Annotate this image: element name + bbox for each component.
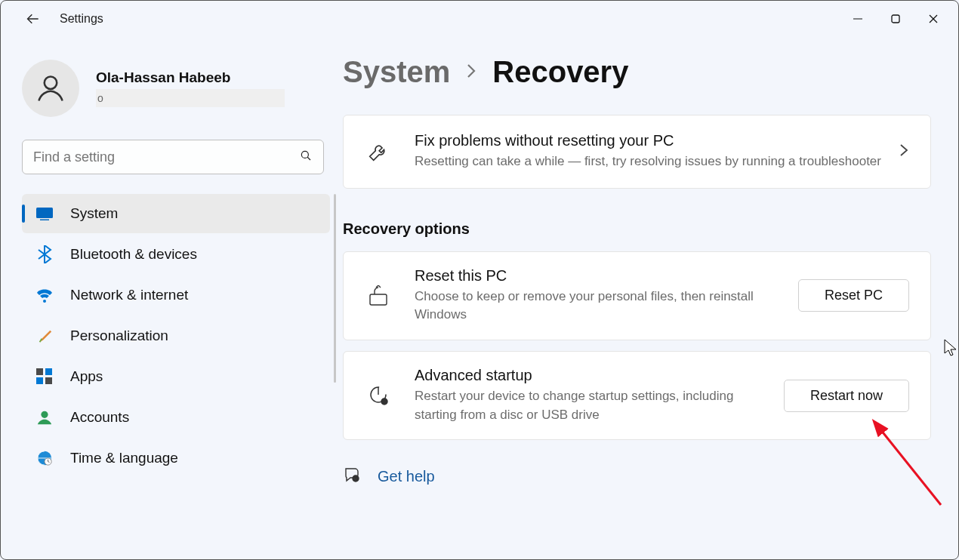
sidebar-item-label: Accounts: [70, 409, 129, 426]
sidebar-item-label: System: [70, 205, 118, 222]
svg-rect-10: [36, 368, 43, 375]
sidebar-item-label: Apps: [70, 368, 103, 385]
sidebar-item-network[interactable]: Network & internet: [22, 275, 330, 315]
sidebar-item-label: Bluetooth & devices: [70, 246, 197, 263]
sidebar-item-bluetooth[interactable]: Bluetooth & devices: [22, 235, 330, 274]
search-box[interactable]: [22, 140, 324, 174]
svg-point-14: [41, 411, 48, 418]
person-icon: [35, 408, 54, 426]
sidebar-item-personalization[interactable]: Personalization: [22, 316, 330, 355]
breadcrumb: System Recovery: [343, 55, 931, 89]
breadcrumb-current: Recovery: [492, 55, 628, 89]
svg-point-5: [45, 76, 57, 89]
svg-point-6: [301, 151, 308, 158]
paintbrush-icon: [35, 327, 54, 345]
svg-rect-12: [36, 377, 43, 384]
reset-desc: Choose to keep or remove your personal f…: [415, 288, 783, 325]
troubleshoot-desc: Resetting can take a while — first, try …: [415, 152, 883, 171]
svg-rect-9: [40, 220, 49, 221]
sidebar-item-label: Time & language: [70, 450, 178, 466]
svg-point-20: [381, 398, 387, 405]
sidebar-item-system[interactable]: System: [22, 194, 330, 233]
bluetooth-icon: [35, 245, 54, 263]
svg-rect-11: [45, 368, 52, 375]
minimize-button[interactable]: [839, 5, 877, 33]
help-icon: ?: [343, 466, 361, 488]
globe-clock-icon: [35, 449, 54, 467]
sidebar-item-apps[interactable]: Apps: [22, 357, 330, 396]
reset-icon: [365, 282, 392, 309]
power-gear-icon: [365, 382, 392, 409]
troubleshoot-title: Fix problems without resetting your PC: [415, 132, 883, 149]
maximize-button[interactable]: [877, 5, 914, 33]
wrench-icon: [365, 138, 392, 165]
apps-icon: [35, 368, 54, 386]
back-button[interactable]: [22, 8, 45, 30]
account-block[interactable]: Ola-Hassan Habeeb o: [22, 60, 329, 117]
recovery-options-heading: Recovery options: [343, 220, 931, 238]
avatar: [22, 60, 79, 117]
restart-now-button[interactable]: Restart now: [784, 380, 909, 412]
sidebar-item-accounts[interactable]: Accounts: [22, 398, 330, 437]
account-email-redacted: o: [96, 89, 285, 107]
reset-title: Reset this PC: [415, 267, 783, 285]
svg-rect-13: [45, 377, 52, 384]
system-icon: [35, 205, 54, 223]
svg-rect-2: [892, 15, 899, 23]
svg-rect-17: [370, 294, 387, 305]
advanced-startup-row: Advanced startup Restart your device to …: [343, 351, 931, 440]
reset-pc-button[interactable]: Reset PC: [798, 279, 909, 312]
advanced-desc: Restart your device to change startup se…: [415, 387, 769, 424]
troubleshoot-card[interactable]: Fix problems without resetting your PC R…: [343, 115, 931, 189]
chevron-right-icon: [465, 60, 477, 85]
search-input[interactable]: [33, 149, 299, 165]
chevron-right-icon: [899, 143, 909, 161]
get-help-link[interactable]: Get help: [378, 468, 435, 485]
breadcrumb-parent[interactable]: System: [343, 55, 450, 89]
advanced-title: Advanced startup: [415, 367, 769, 384]
sidebar-item-time[interactable]: Time & language: [22, 438, 330, 478]
svg-rect-8: [36, 208, 53, 218]
app-title: Settings: [60, 12, 103, 26]
account-name: Ola-Hassan Habeeb: [96, 69, 285, 86]
sidebar-item-label: Personalization: [70, 328, 168, 344]
close-button[interactable]: [914, 5, 952, 33]
wifi-icon: [35, 286, 54, 304]
reset-pc-row: Reset this PC Choose to keep or remove y…: [343, 251, 931, 340]
svg-line-7: [307, 157, 310, 160]
sidebar-item-label: Network & internet: [70, 287, 188, 303]
search-icon: [299, 149, 313, 165]
